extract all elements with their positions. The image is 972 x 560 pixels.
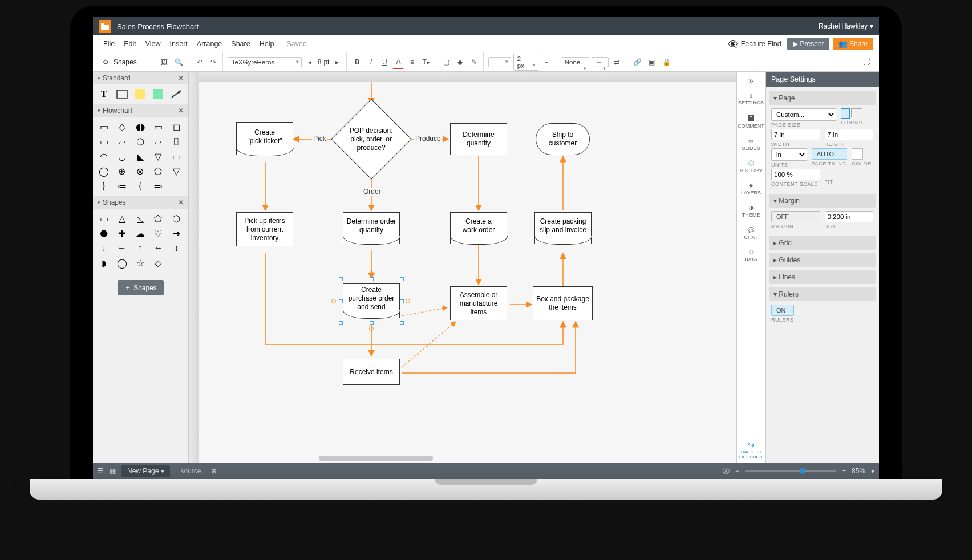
rail-history[interactable]: 🕘HISTORY xyxy=(737,156,765,178)
close-icon[interactable]: ✕ xyxy=(178,74,184,82)
line-width-dropdown[interactable]: 2 px xyxy=(513,54,538,71)
basic-shape-swatch[interactable]: ⬣ xyxy=(98,228,110,238)
menu-share[interactable]: Share xyxy=(226,40,254,48)
zoom-slider[interactable] xyxy=(745,470,836,472)
share-button[interactable]: 👥 Share xyxy=(833,38,873,50)
basic-shape-swatch[interactable]: ◇ xyxy=(152,258,164,268)
menu-arrange[interactable]: Arrange xyxy=(192,40,226,48)
guides-section-header[interactable]: ▸ Guides xyxy=(769,253,876,267)
redo-button[interactable]: ↷ xyxy=(208,56,219,68)
flowchart-shape-swatch[interactable]: ⬡ xyxy=(134,136,147,147)
menu-view[interactable]: View xyxy=(141,40,165,48)
flowchart-shape-swatch[interactable]: ◣ xyxy=(134,151,147,161)
node-ship-to-customer[interactable]: Ship to customer xyxy=(536,123,590,155)
group-button[interactable]: ▣ xyxy=(646,56,658,68)
flowchart-shape-swatch[interactable]: ▽ xyxy=(152,151,164,161)
node-box-package[interactable]: Box and package the items xyxy=(533,286,593,320)
category-shapes-header[interactable]: ▾Shapes✕ xyxy=(93,196,188,209)
basic-shape-swatch[interactable]: ↔ xyxy=(152,243,164,253)
accessibility-icon[interactable]: Ⓐ xyxy=(723,466,730,476)
lines-section-header[interactable]: ▸ Lines xyxy=(769,270,876,284)
align-button[interactable]: ≡ xyxy=(406,56,418,68)
lock-button[interactable]: 🔒 xyxy=(660,56,673,68)
rect-shape[interactable] xyxy=(116,89,128,99)
basic-shape-swatch[interactable]: △ xyxy=(116,213,128,224)
node-pickup-items[interactable]: Pick up items from current inventory xyxy=(236,212,293,246)
flowchart-shape-swatch[interactable]: ⬠ xyxy=(152,166,164,176)
arrow-shape[interactable] xyxy=(170,89,183,99)
margin-size-input[interactable] xyxy=(825,211,874,222)
basic-shape-swatch[interactable]: ← xyxy=(116,243,128,253)
link-button[interactable]: 🔗 xyxy=(631,56,644,68)
add-shapes-button[interactable]: ＋ Shapes xyxy=(118,280,164,295)
underline-button[interactable]: U xyxy=(379,56,390,68)
arrow-dropdown[interactable]: → xyxy=(592,57,609,67)
bold-button[interactable]: B xyxy=(351,56,363,68)
margin-toggle[interactable]: OFF xyxy=(771,211,820,222)
connection-point[interactable] xyxy=(369,271,374,276)
zoom-out-button[interactable]: − xyxy=(735,467,739,475)
fullscreen-button[interactable]: ⛶ xyxy=(861,56,872,68)
flowchart-shape-swatch[interactable]: { xyxy=(134,181,147,191)
rail-data[interactable]: ⬡DATA xyxy=(737,245,765,267)
chevron-down-icon[interactable]: ▾ xyxy=(871,467,874,475)
flowchart-shape-swatch[interactable]: ▭ xyxy=(98,136,110,147)
flowchart-shape-swatch[interactable]: ≔ xyxy=(116,181,128,191)
flowchart-shape-swatch[interactable]: ▱ xyxy=(152,136,164,147)
content-scale-input[interactable] xyxy=(771,169,820,180)
font-size-inc[interactable]: ▸ xyxy=(331,56,343,68)
outline-view-icon[interactable]: ☰ xyxy=(98,467,104,475)
node-work-order[interactable]: Create a work order xyxy=(450,212,507,244)
basic-shape-swatch[interactable]: ▭ xyxy=(98,213,110,224)
height-input[interactable] xyxy=(825,129,874,140)
basic-shape-swatch[interactable]: ✚ xyxy=(116,228,128,238)
flowchart-shape-swatch[interactable]: ≕ xyxy=(152,181,164,191)
connection-point[interactable] xyxy=(406,299,410,303)
page-tiling-toggle[interactable]: AUTO xyxy=(812,148,848,160)
font-family-dropdown[interactable]: TeXGyreHeros xyxy=(228,57,302,67)
margin-section-header[interactable]: ▾ Margin xyxy=(769,194,876,208)
note-yellow[interactable] xyxy=(134,89,147,99)
basic-shape-swatch[interactable]: ⬡ xyxy=(170,213,183,224)
swap-direction-button[interactable]: ⇄ xyxy=(611,56,622,68)
node-determine-quantity[interactable]: Determine quantity xyxy=(450,123,507,155)
flowchart-shape-swatch[interactable]: ◻ xyxy=(170,121,183,132)
border-color-button[interactable]: ◆ xyxy=(455,56,466,68)
node-pop-decision[interactable]: POP decision: pick, order, or produce? xyxy=(331,99,411,179)
rail-chat[interactable]: 💬CHAT xyxy=(737,222,765,245)
flowchart-shape-swatch[interactable]: ▭ xyxy=(152,121,164,132)
close-icon[interactable]: ✕ xyxy=(178,198,184,206)
node-receive-items[interactable]: Receive items xyxy=(343,359,400,385)
text-shape[interactable]: T xyxy=(98,89,110,99)
line-style-dropdown[interactable]: — xyxy=(488,57,511,67)
user-menu[interactable]: Rachel Hawkley ▾ xyxy=(819,22,873,30)
rail-slides[interactable]: ▭SLIDES xyxy=(737,133,765,156)
basic-shape-swatch[interactable]: ➔ xyxy=(170,228,183,238)
flowchart-shape-swatch[interactable]: ◇ xyxy=(116,121,128,132)
width-input[interactable] xyxy=(771,129,820,140)
fill-button[interactable]: ▢ xyxy=(441,56,452,68)
canvas-area[interactable]: Create "pick ticket" POP decision: pick,… xyxy=(189,72,736,463)
source-tab[interactable]: source xyxy=(176,465,205,477)
color-swatch[interactable] xyxy=(852,148,863,160)
basic-shape-swatch[interactable]: ◯ xyxy=(116,258,128,268)
basic-shape-swatch[interactable]: ☁ xyxy=(134,228,147,238)
node-assemble[interactable]: Assemble or manufacture items xyxy=(450,286,507,320)
rail-layers[interactable]: ◆LAYERS xyxy=(737,178,765,200)
rail-settings[interactable]: ▯SETTINGS xyxy=(737,88,765,110)
shapes-button[interactable]: Shapes xyxy=(114,58,137,66)
rulers-section-header[interactable]: ▾ Rulers xyxy=(769,287,876,301)
node-packing-slip[interactable]: Create packing slip and invoice xyxy=(534,212,592,244)
font-size-dec[interactable]: ◂ xyxy=(304,56,315,68)
format-portrait[interactable] xyxy=(841,108,850,119)
page-section-header[interactable]: ▾ Page xyxy=(769,91,876,105)
document-title[interactable]: Sales Process Flowchart xyxy=(117,22,819,31)
line-color-button[interactable]: ✎ xyxy=(468,56,480,68)
flowchart-shape-swatch[interactable]: ▱ xyxy=(116,136,128,147)
node-pick-ticket[interactable]: Create "pick ticket" xyxy=(236,122,293,155)
zoom-in-button[interactable]: + xyxy=(842,467,846,475)
basic-shape-swatch[interactable]: ↕ xyxy=(170,243,183,253)
back-to-old-look[interactable]: ↪BACK TO OLD LOOK xyxy=(738,437,764,463)
feature-find[interactable]: 👁‍🗨 Feature Find xyxy=(728,39,781,48)
basic-shape-swatch[interactable]: ◺ xyxy=(134,213,147,224)
